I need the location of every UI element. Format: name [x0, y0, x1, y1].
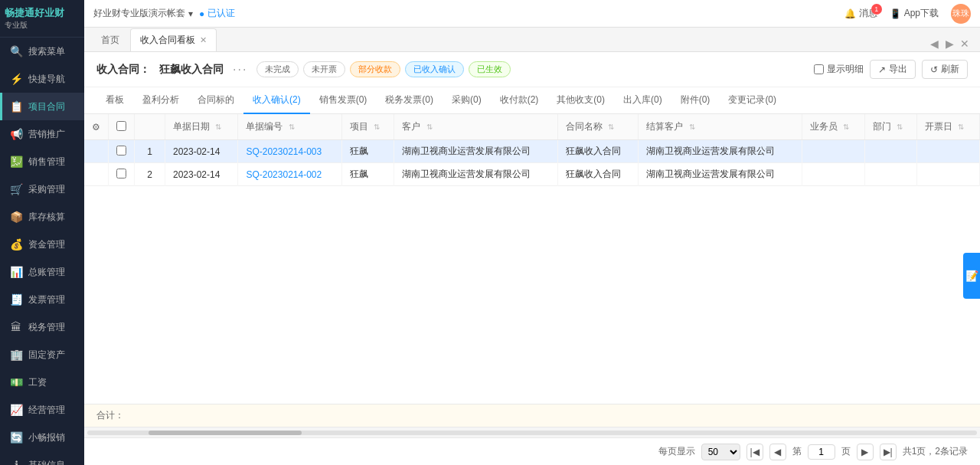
tab-home[interactable]: 首页	[92, 29, 129, 51]
last-page-btn[interactable]: ▶|	[880, 444, 897, 460]
row-settlement-0: 湖南卫视商业运营发展有限公司	[639, 140, 802, 163]
sidebar-item-9[interactable]: 🧾发票管理	[0, 286, 84, 313]
sidebar-item-14[interactable]: 🔄小畅报销	[0, 424, 84, 451]
status-btn-1[interactable]: 未开票	[303, 61, 345, 77]
next-page-btn[interactable]: ▶	[857, 444, 874, 460]
subtab-8[interactable]: 其他收支(0)	[547, 87, 614, 114]
subtab-11[interactable]: 变更记录(0)	[719, 87, 786, 114]
header-actions: 显示明细 ↗ 导出 ↺ 刷新	[814, 60, 968, 79]
prev-page-btn[interactable]: ◀	[769, 444, 786, 460]
refresh-btn[interactable]: ↺ 刷新	[922, 60, 968, 79]
sidebar-item-8[interactable]: 📊总账管理	[0, 258, 84, 286]
app-download-label: App下载	[904, 7, 939, 20]
table-row[interactable]: 2 2023-02-14 SQ-20230214-002 狂飙 湖南卫视商业运营…	[84, 163, 980, 186]
more-options-btn[interactable]: ···	[233, 63, 247, 77]
subtab-10[interactable]: 附件(0)	[671, 87, 720, 114]
sidebar-item-3[interactable]: 📢营销推广	[0, 120, 84, 148]
sort-contract-icon: ⇅	[608, 123, 614, 131]
company-selector[interactable]: 好业财专业版演示帐套 ▾	[93, 7, 193, 20]
note-symbol: 📝	[965, 270, 978, 282]
export-btn[interactable]: ↗ 导出	[870, 60, 916, 79]
nav-prev-btn[interactable]: ◀	[926, 36, 942, 51]
subtab-2[interactable]: 合同标的	[188, 87, 243, 114]
sidebar-item-6[interactable]: 📦库存核算	[0, 203, 84, 231]
per-page-select[interactable]: 102050100	[701, 444, 740, 460]
row-check-1[interactable]	[109, 163, 135, 186]
sidebar: 畅捷通好业财 专业版 🔍搜索菜单⚡快捷导航📋项目合同📢营销推广💹销售管理🛒采购管…	[0, 0, 84, 465]
verified-badge: 已认证	[199, 7, 235, 20]
tab-close-icon[interactable]: ✕	[200, 35, 207, 45]
sidebar-icon-9: 🧾	[8, 292, 24, 307]
total-info: 共1页，2条记录	[903, 445, 968, 458]
subtab-9[interactable]: 出入库(0)	[614, 87, 671, 114]
status-btn-0[interactable]: 未完成	[256, 61, 299, 77]
sidebar-label-9: 发票管理	[28, 293, 65, 306]
sidebar-item-7[interactable]: 💰资金管理	[0, 231, 84, 258]
sidebar-label-10: 税务管理	[28, 321, 65, 334]
table-body: 1 2023-02-14 SQ-20230214-003 狂飙 湖南卫视商业运营…	[84, 140, 980, 186]
order-link-0[interactable]: SQ-20230214-003	[246, 146, 322, 157]
sidebar-item-10[interactable]: 🏛税务管理	[0, 313, 84, 341]
message-btn[interactable]: 🔔 1 消息	[844, 7, 877, 20]
page-input[interactable]	[808, 444, 835, 460]
status-btn-3[interactable]: 已收入确认	[405, 61, 464, 77]
sidebar-icon-3: 📢	[8, 126, 24, 142]
avatar[interactable]: 珠珠	[951, 4, 971, 24]
first-page-btn[interactable]: |◀	[746, 444, 763, 460]
subtab-5[interactable]: 税务发票(0)	[376, 87, 443, 114]
sidebar-item-4[interactable]: 💹销售管理	[0, 148, 84, 175]
gear-icon[interactable]: ⚙	[92, 122, 100, 133]
nav-close-btn[interactable]: ✕	[957, 36, 972, 51]
status-btn-2[interactable]: 部分收款	[350, 61, 400, 77]
sidebar-item-0[interactable]: 🔍搜索菜单	[0, 38, 84, 65]
sidebar-item-2[interactable]: 📋项目合同	[0, 93, 84, 120]
subtab-4[interactable]: 销售发票(0)	[310, 87, 377, 114]
sidebar-item-5[interactable]: 🛒采购管理	[0, 175, 84, 203]
scrollbar-thumb[interactable]	[149, 431, 302, 435]
note-icon-btn[interactable]: 📝	[963, 253, 980, 299]
table-wrapper: ⚙ 单据日期 ⇅ 单据编号 ⇅ 项目 ⇅ 客户 ⇅ 合同名称 ⇅ 结算客户 ⇅ …	[84, 114, 980, 437]
table-area[interactable]: ⚙ 单据日期 ⇅ 单据编号 ⇅ 项目 ⇅ 客户 ⇅ 合同名称 ⇅ 结算客户 ⇅ …	[84, 114, 980, 404]
tab-contract-board[interactable]: 收入合同看板 ✕	[130, 28, 217, 51]
row-bill-date-0	[917, 140, 980, 163]
table-row[interactable]: 1 2023-02-14 SQ-20230214-003 狂飙 湖南卫视商业运营…	[84, 140, 980, 163]
sidebar-item-1[interactable]: ⚡快捷导航	[0, 65, 84, 93]
horizontal-scrollbar[interactable]	[84, 427, 980, 437]
row-no-0: 1	[135, 140, 165, 163]
sort-customer-icon: ⇅	[426, 123, 433, 131]
row-date-0: 2023-02-14	[165, 140, 238, 163]
order-link-1[interactable]: SQ-20230214-002	[246, 169, 322, 180]
select-all-checkbox[interactable]	[116, 121, 126, 131]
subtab-0[interactable]: 看板	[96, 87, 133, 114]
subtab-3[interactable]: 收入确认(2)	[243, 87, 310, 114]
row-checkbox-1[interactable]	[116, 169, 126, 178]
sidebar-label-7: 资金管理	[28, 238, 65, 251]
sidebar-item-13[interactable]: 📈经营管理	[0, 396, 84, 424]
th-order-no: 单据编号 ⇅	[238, 114, 341, 140]
subtab-7[interactable]: 收付款(2)	[491, 87, 548, 114]
sidebar-label-6: 库存核算	[28, 211, 65, 224]
th-config: ⚙	[84, 114, 109, 140]
sidebar-item-15[interactable]: ℹ基础信息	[0, 451, 84, 465]
row-settlement-1: 湖南卫视商业运营发展有限公司	[639, 163, 802, 186]
sort-dept-icon: ⇅	[897, 123, 903, 131]
subtab-6[interactable]: 采购(0)	[443, 87, 491, 114]
row-check-0[interactable]	[109, 140, 135, 163]
status-btn-4[interactable]: 已生效	[469, 61, 511, 77]
topbar: 好业财专业版演示帐套 ▾ 已认证 🔔 1 消息 📱 App下载 珠珠	[84, 0, 980, 28]
app-download-btn[interactable]: 📱 App下载	[890, 7, 939, 20]
sidebar-item-12[interactable]: 💵工资	[0, 368, 84, 396]
nav-next-btn[interactable]: ▶	[942, 36, 957, 51]
subtab-1[interactable]: 盈利分析	[133, 87, 188, 114]
company-name: 好业财专业版演示帐套	[93, 7, 185, 20]
data-table: ⚙ 单据日期 ⇅ 单据编号 ⇅ 项目 ⇅ 客户 ⇅ 合同名称 ⇅ 结算客户 ⇅ …	[84, 114, 980, 186]
export-label: 导出	[889, 63, 907, 76]
scrollbar-track	[87, 431, 977, 435]
table-footer: 合计：	[84, 404, 980, 427]
row-checkbox-0[interactable]	[116, 146, 126, 156]
sidebar-item-11[interactable]: 🏢固定资产	[0, 341, 84, 368]
sidebar-label-0: 搜索菜单	[28, 45, 65, 58]
th-salesperson: 业务员 ⇅	[802, 114, 864, 140]
message-badge: 1	[871, 4, 882, 15]
show-detail-checkbox[interactable]	[814, 64, 824, 74]
